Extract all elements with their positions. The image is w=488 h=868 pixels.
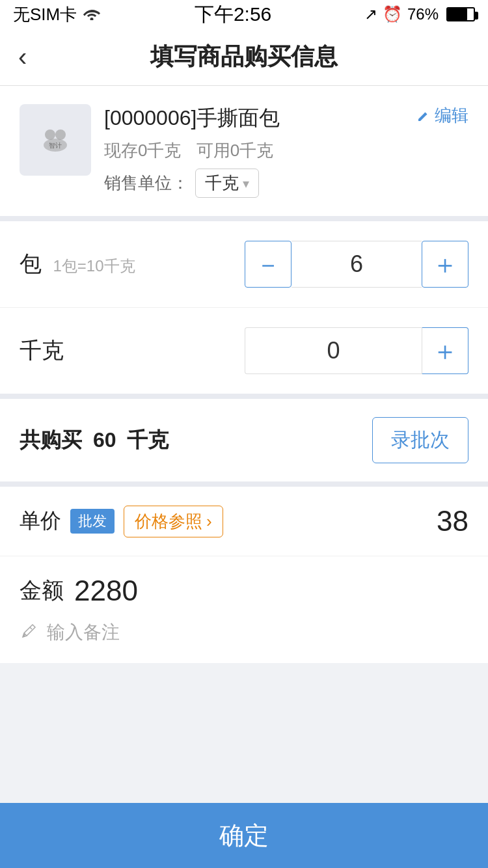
battery-icon (446, 7, 475, 21)
bao-input[interactable] (291, 241, 422, 288)
summary-section: 共购买 60 千克 录批次 (0, 399, 488, 487)
summary-text: 共购买 60 千克 (20, 426, 169, 455)
amount-value: 2280 (74, 575, 138, 607)
note-row[interactable]: 输入备注 (20, 620, 468, 663)
kg-row: 千克 ＋ (0, 308, 488, 394)
nav-bar: ‹ 填写商品购买信息 (0, 29, 488, 86)
dropdown-icon: ▾ (243, 176, 249, 191)
note-label: 输入备注 (47, 620, 120, 645)
bao-minus-button[interactable]: － (245, 241, 291, 288)
back-button[interactable]: ‹ (18, 42, 27, 72)
battery-percent: 76% (407, 5, 439, 23)
svg-text:智计: 智计 (49, 142, 62, 149)
price-label: 单价 批发 价格参照 › (20, 506, 223, 537)
confirm-button[interactable]: 确定 (0, 803, 488, 868)
quantity-section: 包 1包=10千克 － ＋ 千克 ＋ (0, 221, 488, 399)
kg-controls: ＋ (245, 327, 468, 374)
product-image: 智计 (20, 104, 91, 176)
alarm-icon: ⏰ (383, 5, 402, 23)
amount-section: 金额 2280 输入备注 (0, 556, 488, 663)
price-row: 单价 批发 价格参照 › 38 (20, 505, 468, 556)
bao-label: 包 1包=10千克 (20, 249, 245, 279)
price-section: 单价 批发 价格参照 › 38 (0, 487, 488, 556)
unit-select[interactable]: 千克 ▾ (195, 169, 259, 198)
svg-point-0 (45, 129, 55, 140)
product-stock: 现存0千克 可用0千克 (104, 139, 468, 162)
pencil-icon (20, 623, 39, 642)
status-bar: 无SIM卡 下午2:56 ↗ ⏰ 76% (0, 0, 488, 29)
product-info: [0000006]手撕面包 编辑 现存0千克 可用0千克 销售单位： 千克 ▾ (104, 104, 468, 198)
svg-point-1 (55, 129, 66, 140)
wifi-icon (82, 5, 102, 25)
bao-row: 包 1包=10千克 － ＋ (0, 221, 488, 308)
product-name: [0000006]手撕面包 (104, 104, 280, 133)
kg-label: 千克 (20, 336, 245, 366)
price-value: 38 (437, 505, 468, 537)
price-badge: 批发 (70, 509, 115, 534)
batch-button[interactable]: 录批次 (372, 417, 468, 463)
price-ref-button[interactable]: 价格参照 › (124, 506, 223, 537)
location-icon: ↗ (364, 5, 377, 23)
kg-plus-button[interactable]: ＋ (422, 327, 468, 374)
bao-plus-button[interactable]: ＋ (422, 241, 468, 288)
edit-button[interactable]: 编辑 (416, 104, 468, 127)
amount-label: 金额 (20, 576, 64, 606)
status-carrier: 无SIM卡 (13, 3, 102, 26)
product-card: 智计 [0000006]手撕面包 编辑 现存0千克 可用0千克 销售单位： 千克… (0, 86, 488, 221)
status-time: 下午2:56 (195, 1, 271, 28)
status-right: ↗ ⏰ 76% (364, 5, 475, 23)
kg-input[interactable] (245, 327, 422, 374)
amount-row: 金额 2280 (20, 575, 468, 620)
carrier-text: 无SIM卡 (13, 3, 77, 26)
bao-controls: － ＋ (245, 241, 468, 288)
product-unit: 销售单位： 千克 ▾ (104, 169, 468, 198)
page-title: 填写商品购买信息 (150, 41, 338, 73)
